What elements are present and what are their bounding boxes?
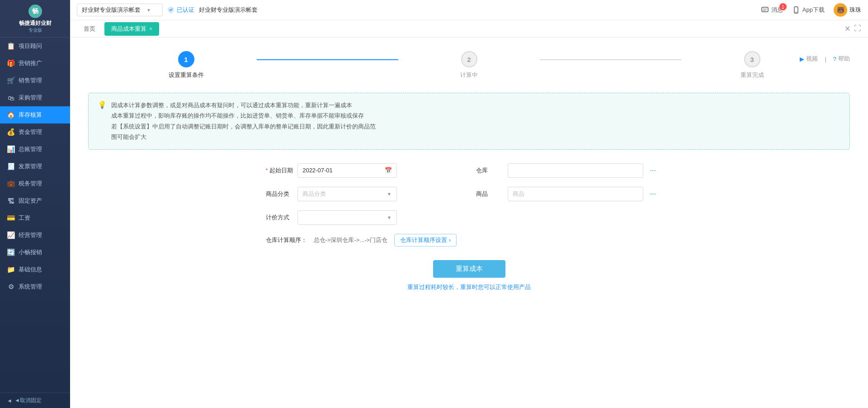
sidebar-item-accounting[interactable]: 📊 总账管理 xyxy=(0,141,70,158)
app-label: App下载 xyxy=(802,6,825,14)
goods-more-icon[interactable]: ··· xyxy=(648,190,658,198)
tab-close-icon[interactable]: × xyxy=(149,26,152,32)
form-row-2: 商品分类 商品分类 ▼ 商品 商品 ··· xyxy=(266,187,673,201)
start-date-input[interactable]: 2022-07-01 📅 xyxy=(297,163,397,178)
app-download-button[interactable]: App下载 xyxy=(792,6,825,14)
salary-icon: 💳 xyxy=(7,214,15,222)
purchase-icon: 🛍 xyxy=(7,94,15,102)
pin-icon: ◄ xyxy=(7,398,12,404)
sidebar-item-label: 固定资产 xyxy=(19,197,42,205)
sidebar-item-label: 发票管理 xyxy=(19,162,42,171)
sidebar-item-label: 小畅报销 xyxy=(19,248,42,256)
help-icon: ? xyxy=(833,56,836,62)
category-label: 商品分类 xyxy=(266,190,293,198)
sidebar-item-sales[interactable]: 🛒 销售管理 xyxy=(0,72,70,89)
verified-label: 已认证 xyxy=(177,6,194,14)
tabs-window-controls: ✕ ⛶ xyxy=(844,24,861,33)
info-line-4: 围可能会扩大 xyxy=(111,132,376,142)
sidebar-item-salary[interactable]: 💳 工资 xyxy=(0,209,70,227)
goods-input[interactable]: 商品 xyxy=(508,187,643,201)
sidebar-item-assets[interactable]: 🏗 固定资产 xyxy=(0,192,70,209)
message-button[interactable]: 消息 1 xyxy=(761,6,783,14)
account-name: 好业财专业版演示帐套 xyxy=(82,6,141,14)
step-2-circle: 2 xyxy=(461,51,477,67)
start-date-value: 2022-07-01 xyxy=(302,167,333,174)
close-window-icon[interactable]: ✕ xyxy=(844,24,850,33)
verified-account-name: 好业财专业版演示帐套 xyxy=(199,6,258,14)
mobile-icon xyxy=(792,6,800,14)
tab-home[interactable]: 首页 xyxy=(77,22,102,36)
sidebar: 畅 畅捷通好业财 专业版 📋 项目顾问 🎁 营销推广 🛒 销售管理 🛍 采购管理… xyxy=(0,0,70,408)
sidebar-item-finance[interactable]: 💰 资金管理 xyxy=(0,123,70,141)
step-line-1 xyxy=(257,59,398,60)
sidebar-logo: 畅 畅捷通好业财 专业版 xyxy=(0,0,70,38)
expand-window-icon[interactable]: ⛶ xyxy=(854,24,861,33)
recalculate-button[interactable]: 重算成本 xyxy=(433,260,505,278)
step-1-label: 设置重算条件 xyxy=(169,71,204,79)
stepper: 1 设置重算条件 2 计算中 3 重算完成 ▶ 视频 xyxy=(88,51,850,79)
pin-label: ◄取消固定 xyxy=(14,397,42,404)
category-placeholder: 商品分类 xyxy=(302,190,326,198)
user-profile[interactable]: 🐻 珠珠 xyxy=(834,3,861,17)
sales-icon: 🛒 xyxy=(7,76,15,85)
sidebar-item-label: 系统管理 xyxy=(19,283,42,291)
logo-icon: 畅 xyxy=(28,5,42,18)
warehouse-order-label: 仓库计算顺序： xyxy=(266,236,307,244)
start-date-label: 起始日期 xyxy=(266,166,293,175)
step-3-label: 重算完成 xyxy=(741,71,764,79)
sidebar-item-system[interactable]: ⚙ 系统管理 xyxy=(0,278,70,295)
sidebar-item-marketing[interactable]: 🎁 营销推广 xyxy=(0,55,70,72)
sidebar-item-expense[interactable]: 🔄 小畅报销 xyxy=(0,244,70,261)
pricing-select[interactable]: ▼ xyxy=(297,210,397,225)
main-area: 好业财专业版演示帐套 ▼ 已认证 好业财专业版演示帐套 消息 1 App下载 🐻… xyxy=(70,0,868,408)
basic-icon: 📁 xyxy=(7,266,15,274)
sidebar-item-inventory[interactable]: 🏠 库存核算 xyxy=(0,106,70,123)
sidebar-item-project[interactable]: 📋 项目顾问 xyxy=(0,38,70,55)
recalculate-label: 重算成本 xyxy=(456,265,483,272)
goods-placeholder: 商品 xyxy=(513,190,524,198)
sidebar-item-label: 资金管理 xyxy=(19,128,42,136)
sidebar-item-tax[interactable]: 💼 税务管理 xyxy=(0,175,70,192)
step-2-label: 计算中 xyxy=(460,71,478,79)
warehouse-btn-label: 仓库计算顺序设置 › xyxy=(400,236,451,244)
play-icon: ▶ xyxy=(800,56,804,62)
submit-hint: 重算过程耗时较长，重算时您可以正常使用产品 xyxy=(407,283,531,291)
category-dropdown-icon: ▼ xyxy=(387,191,392,197)
sidebar-item-label: 库存核算 xyxy=(19,111,42,119)
inventory-icon: 🏠 xyxy=(7,111,15,119)
sidebar-item-basic[interactable]: 📁 基础信息 xyxy=(0,261,70,278)
sidebar-item-invoice[interactable]: 🧾 发票管理 xyxy=(0,158,70,175)
sidebar-item-operation[interactable]: 📈 经营管理 xyxy=(0,227,70,244)
shield-icon xyxy=(167,6,175,14)
warehouse-order-settings-button[interactable]: 仓库计算顺序设置 › xyxy=(394,234,457,247)
sidebar-item-label: 项目顾问 xyxy=(19,42,42,50)
page-content: 1 设置重算条件 2 计算中 3 重算完成 ▶ 视频 xyxy=(70,38,868,408)
sidebar-footer-pin[interactable]: ◄ ◄取消固定 xyxy=(0,393,70,408)
form-item-pricing: 计价方式 ▼ xyxy=(266,210,462,225)
sidebar-nav: 📋 项目顾问 🎁 营销推广 🛒 销售管理 🛍 采购管理 🏠 库存核算 💰 资金管… xyxy=(0,38,70,393)
account-selector[interactable]: 好业财专业版演示帐套 ▼ xyxy=(77,4,163,16)
sidebar-item-label: 营销推广 xyxy=(19,59,42,67)
message-badge: 1 xyxy=(779,3,787,10)
calendar-icon[interactable]: 📅 xyxy=(385,167,392,174)
sidebar-item-label: 总账管理 xyxy=(19,145,42,153)
logo-sub: 专业版 xyxy=(28,27,42,33)
message-icon xyxy=(761,6,769,14)
sidebar-item-label: 税务管理 xyxy=(19,180,42,188)
topbar: 好业财专业版演示帐套 ▼ 已认证 好业财专业版演示帐套 消息 1 App下载 🐻… xyxy=(70,0,868,20)
marketing-icon: 🎁 xyxy=(7,59,15,67)
warehouse-order-value: 总仓->深圳仓库->...->门店仓 xyxy=(314,236,388,244)
help-link[interactable]: ? 帮助 xyxy=(833,55,850,63)
form-item-goods: 商品 商品 ··· xyxy=(476,187,673,201)
sidebar-item-label: 基础信息 xyxy=(19,266,42,274)
sidebar-item-purchase[interactable]: 🛍 采购管理 xyxy=(0,89,70,106)
video-link[interactable]: ▶ 视频 xyxy=(800,55,818,63)
info-line-3: 若【系统设置】中启用了自动调整记账日期时，会调整入库单的整单记账日期，因此重新计… xyxy=(111,121,376,132)
topbar-right: 消息 1 App下载 🐻 珠珠 xyxy=(761,3,861,17)
lightbulb-icon: 💡 xyxy=(98,100,107,142)
warehouse-input[interactable] xyxy=(508,163,643,178)
username: 珠珠 xyxy=(849,6,861,14)
warehouse-more-icon[interactable]: ··· xyxy=(648,166,658,175)
tab-cost-recalc[interactable]: 商品成本重算 × xyxy=(104,22,159,36)
category-select[interactable]: 商品分类 ▼ xyxy=(297,187,397,201)
